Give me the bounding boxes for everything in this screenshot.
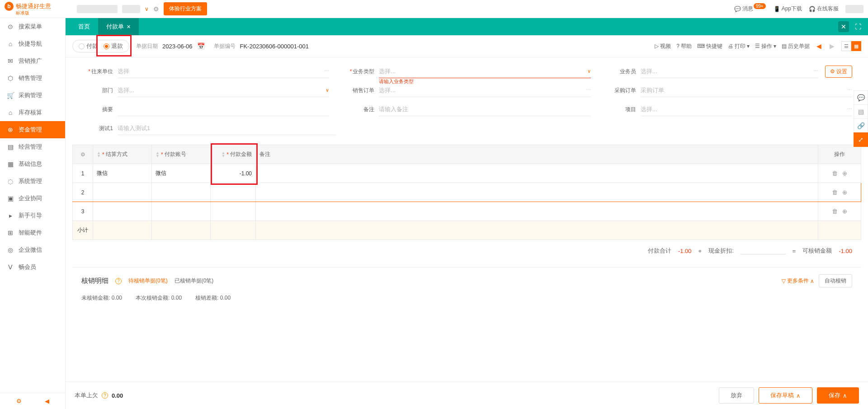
sidebar-item[interactable]: ▦基础信息 (0, 155, 65, 173)
sort-icon[interactable]: ▲▼ (221, 151, 225, 158)
clerk-input[interactable] (641, 68, 813, 75)
sales-order-input[interactable] (379, 87, 585, 94)
prev-doc-button[interactable]: ◀ (815, 42, 823, 50)
cell-account[interactable] (152, 183, 211, 202)
cell-amount[interactable]: -1.00 (211, 164, 256, 183)
cell-amount[interactable] (211, 183, 256, 202)
app-download-link[interactable]: 📱 App下载 (774, 5, 802, 13)
add-row-icon[interactable]: ⊕ (842, 170, 847, 177)
sidebar-item[interactable]: ⊙搜索菜单 (0, 18, 65, 35)
delete-row-icon[interactable]: 🗑 (832, 208, 838, 215)
sidebar-item[interactable]: Ⅴ畅会员 (0, 259, 65, 276)
video-link[interactable]: ▷视频 (655, 42, 671, 50)
save-button[interactable]: 保存∧ (817, 387, 859, 404)
tab[interactable]: 付款单✕ (98, 18, 139, 35)
service-link[interactable]: 🎧 在线客服 (809, 5, 839, 13)
radio-payment[interactable]: 付款 (76, 42, 100, 50)
sidebar-item[interactable]: ⌂库存核算 (0, 104, 65, 121)
partner-input[interactable] (118, 68, 324, 75)
ellipsis-icon[interactable]: ⋯ (324, 68, 329, 74)
gear-icon[interactable]: ⚙ (153, 5, 159, 13)
rail-expand-icon[interactable]: ⤢ (854, 132, 868, 147)
cell-remark[interactable] (256, 183, 818, 202)
sidebar-item[interactable]: ⬡销售管理 (0, 70, 65, 87)
table-row[interactable]: 3 🗑 ⊕ (73, 202, 861, 221)
summary-input[interactable] (118, 106, 329, 113)
history-link[interactable]: ▤历史单据 (782, 42, 810, 50)
delete-row-icon[interactable]: 🗑 (832, 189, 838, 196)
dept-input[interactable] (118, 87, 326, 94)
settings-icon[interactable]: ⚙ (16, 398, 22, 404)
sort-icon[interactable]: ▲▼ (97, 151, 101, 158)
cell-account[interactable] (152, 202, 211, 221)
tab[interactable]: 首页 (70, 18, 98, 35)
verify-tab-done[interactable]: 已核销单据(0笔) (175, 277, 214, 285)
verify-tab-pending[interactable]: 待核销单据(0笔) (128, 277, 168, 285)
sidebar-item[interactable]: ⌂快捷导航 (0, 35, 65, 52)
cell-amount[interactable] (211, 202, 256, 221)
ellipsis-icon[interactable]: ⋯ (586, 87, 591, 93)
ellipsis-icon[interactable]: ⋯ (813, 68, 818, 74)
delete-row-icon[interactable]: 🗑 (832, 170, 838, 177)
logo[interactable]: b 畅捷通好生意 (5, 2, 68, 11)
trial-button[interactable]: 体验行业方案 (164, 2, 207, 15)
sidebar-item[interactable]: ▤经营管理 (0, 138, 65, 155)
info-icon[interactable]: ? (115, 278, 122, 284)
ellipsis-icon[interactable]: ⋯ (847, 106, 852, 112)
add-row-icon[interactable]: ⊕ (842, 189, 847, 196)
rail-note-icon[interactable]: 💬 (854, 90, 868, 105)
help-link[interactable]: ?帮助 (676, 42, 692, 50)
cash-discount-input[interactable] (741, 247, 786, 254)
more-filter-link[interactable]: ▽更多条件∧ (782, 277, 814, 285)
sidebar-item[interactable]: ✉营销推广 (0, 52, 65, 70)
save-draft-button[interactable]: 保存草稿∧ (759, 387, 812, 404)
collapse-icon[interactable]: ◀ (45, 398, 49, 404)
tab-close-all-icon[interactable]: ✕ (838, 21, 849, 32)
view-list-button[interactable]: ☰ (841, 41, 851, 51)
sidebar-item[interactable]: ⊞智能硬件 (0, 224, 65, 241)
calendar-icon[interactable]: 📅 (197, 42, 205, 50)
shortcut-link[interactable]: ⌨快捷键 (697, 42, 722, 50)
sidebar-item[interactable]: 🛒采购管理 (0, 87, 65, 104)
sidebar-item[interactable]: ⊛资金管理 (0, 121, 65, 138)
table-row[interactable]: 1 微信 微信 -1.00 🗑 ⊕ (73, 164, 861, 183)
print-link[interactable]: 🖨打印▾ (728, 42, 750, 50)
cell-settle[interactable] (93, 183, 152, 202)
settings-button[interactable]: ⚙设置 (825, 66, 852, 78)
messages-link[interactable]: 💬 消息 99+ (734, 5, 767, 13)
fullscreen-icon[interactable]: ⛶ (853, 21, 863, 32)
sidebar-item[interactable]: ▸新手引导 (0, 207, 65, 224)
project-input[interactable] (641, 106, 847, 113)
user-avatar-placeholder[interactable] (845, 5, 863, 13)
table-row[interactable]: 2 🗑 ⊕ (73, 183, 861, 202)
doc-date-value[interactable]: 2023-06-06 (162, 43, 193, 50)
rail-doc-icon[interactable]: ▤ (854, 104, 868, 119)
org-dropdown-icon[interactable]: ∨ (145, 6, 149, 12)
radio-refund[interactable]: 退款 (101, 42, 125, 50)
chevron-down-icon[interactable]: ∨ (326, 87, 329, 93)
sidebar-item[interactable]: ◎企业微信 (0, 241, 65, 259)
chevron-down-icon[interactable]: ∨ (587, 68, 591, 74)
auto-verify-button[interactable]: 自动核销 (819, 274, 852, 287)
cell-remark[interactable] (256, 164, 818, 183)
cell-account[interactable]: 微信 (152, 164, 211, 183)
remark-input[interactable] (379, 106, 590, 113)
cell-settle[interactable]: 微信 (93, 164, 152, 183)
discard-button[interactable]: 放弃 (719, 387, 754, 404)
cell-settle[interactable] (93, 202, 152, 221)
sidebar-item[interactable]: ▣企业协同 (0, 190, 65, 207)
purchase-order-input[interactable] (641, 87, 847, 94)
view-form-button[interactable]: ▦ (851, 41, 861, 51)
ellipsis-icon[interactable]: ⋯ (847, 87, 852, 93)
next-doc-button[interactable]: ▶ (828, 42, 836, 50)
cell-remark[interactable] (256, 202, 818, 221)
info-icon[interactable]: ? (102, 392, 108, 399)
add-row-icon[interactable]: ⊕ (842, 208, 847, 215)
operate-link[interactable]: ☰操作▾ (755, 42, 776, 50)
gear-icon[interactable]: ⚙ (80, 151, 85, 158)
test1-input[interactable] (118, 125, 336, 132)
rail-link-icon[interactable]: 🔗 (854, 118, 868, 133)
biztype-input[interactable] (379, 68, 587, 75)
sort-icon[interactable]: ▲▼ (156, 151, 160, 158)
tab-close-icon[interactable]: ✕ (127, 24, 131, 30)
